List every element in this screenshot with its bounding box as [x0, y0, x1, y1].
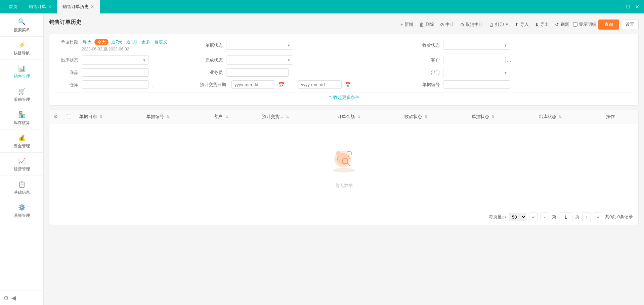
warehouse-label: 仓库 — [55, 82, 82, 88]
filter-row-4: 仓库 ... 预计交货日期 📅 — 📅 单据编号 — [55, 80, 633, 89]
col-delivery-status: 出库状态 ⇅ — [535, 110, 602, 123]
sidebar-item-nav[interactable]: ⚡ 快捷导航 — [0, 37, 43, 60]
finance-icon: 💰 — [18, 134, 26, 142]
minimize-button[interactable]: — — [614, 2, 622, 11]
collapse-button[interactable]: ⌃ 收起更多条件 — [328, 94, 359, 101]
date-btn-7days[interactable]: 近7天 — [110, 38, 124, 46]
payment-status-select[interactable] — [443, 41, 510, 50]
tab-sales-history[interactable]: 销售订单历史 ✕ — [57, 0, 100, 13]
sidebar-item-search[interactable]: 🔍 搜索菜单 — [0, 13, 43, 37]
sidebar: 🔍 搜索菜单 ⚡ 快捷导航 📊 销售管理 🛒 采购管理 🏪 库存核算 💰 资金管… — [0, 13, 44, 305]
col-actions: 操作 — [602, 110, 638, 123]
col-bill-status: 单据状态 ⇅ — [468, 110, 535, 123]
col-amount-sort-icon[interactable]: ⇅ — [357, 115, 360, 119]
salesperson-input[interactable] — [226, 68, 289, 77]
export-button[interactable]: ⬇ 导出 — [533, 20, 551, 29]
settings-button[interactable]: 设置 — [621, 19, 639, 30]
tab-sales-order-close[interactable]: ✕ — [48, 4, 51, 9]
customer-input[interactable] — [443, 56, 506, 64]
last-page-button[interactable]: » — [594, 213, 602, 221]
filter-row-1: 单据日期 昨天 今天 近7天 近1月 更多 自定义 2023-06-02 至 2… — [55, 38, 633, 52]
sidebar-settings-button[interactable]: ⚙ — [3, 294, 9, 302]
print-dropdown-icon: ▼ — [505, 23, 509, 26]
query-button[interactable]: 查询 — [598, 20, 619, 30]
total-info: 共0页,0条记录 — [605, 214, 633, 220]
calendar-end-icon: 📅 — [345, 82, 351, 87]
col-delivery-date-sort-icon[interactable]: ⇅ — [286, 115, 289, 119]
sidebar-item-inventory[interactable]: 🏪 库存核算 — [0, 106, 43, 129]
purchase-icon: 🛒 — [18, 88, 26, 95]
complete-status-select[interactable] — [226, 55, 293, 65]
date-label: 单据日期 — [55, 39, 82, 45]
product-dots-button[interactable]: ... — [149, 70, 156, 76]
salesperson-dots-button[interactable]: ... — [289, 70, 296, 76]
col-amount-label: 订单金额 — [337, 114, 355, 119]
prev-page-button[interactable]: ‹ — [541, 213, 549, 221]
sidebar-item-system[interactable]: ⚙️ 系统管理 — [0, 199, 43, 222]
sidebar-item-purchase[interactable]: 🛒 采购管理 — [0, 83, 43, 106]
sidebar-item-operations[interactable]: 📈 经营管理 — [0, 153, 43, 176]
sidebar-item-sales[interactable]: 📊 销售管理 — [0, 60, 43, 83]
maximize-button[interactable]: □ — [625, 2, 631, 11]
sidebar-item-nav-label: 快捷导航 — [14, 50, 30, 56]
main-content: 销售订单历史 + 新增 🗑 删除 ⊘ 中止 ⊙ 取消中止 — [44, 13, 644, 305]
first-page-button[interactable]: « — [529, 213, 538, 221]
nav-icon: ⚡ — [18, 41, 26, 49]
col-customer-sort-icon[interactable]: ⇅ — [225, 115, 228, 119]
empty-text: 暂无数据 — [335, 183, 353, 189]
warehouse-input[interactable] — [82, 80, 149, 89]
date-btn-yesterday[interactable]: 昨天 — [82, 38, 93, 46]
col-payment-status-sort-icon[interactable]: ⇅ — [424, 115, 427, 119]
col-bill-status-sort-icon[interactable]: ⇅ — [491, 115, 495, 119]
collapse-up-icon: ⌃ — [328, 95, 332, 100]
col-bill-no-sort-icon[interactable]: ⇅ — [167, 115, 170, 119]
product-input[interactable] — [82, 68, 149, 77]
date-quick-buttons: 昨天 今天 近7天 近1月 更多 自定义 — [82, 38, 169, 46]
payment-status-select-wrapper: ▼ — [443, 41, 510, 50]
date-btn-custom[interactable]: 自定义 — [153, 38, 169, 46]
add-button[interactable]: + 新增 — [398, 20, 415, 29]
empty-row: 暂无数据 — [49, 123, 638, 209]
department-select[interactable] — [443, 68, 510, 77]
select-all-checkbox[interactable] — [67, 114, 71, 118]
sidebar-item-system-label: 系统管理 — [14, 213, 30, 219]
refresh-button[interactable]: ↺ 刷新 — [553, 20, 571, 29]
system-icon: ⚙️ — [18, 204, 26, 211]
page-number-input[interactable] — [559, 213, 572, 221]
date-btn-1month[interactable]: 近1月 — [125, 38, 139, 46]
table-settings-button[interactable]: ⚙ — [53, 113, 58, 120]
stop-button[interactable]: ⊘ 中止 — [438, 20, 456, 29]
per-page-select[interactable]: 10 20 50 100 — [509, 213, 526, 221]
tab-home-label: 首页 — [9, 4, 17, 10]
warehouse-dots-button[interactable]: ... — [149, 82, 156, 88]
date-btn-more[interactable]: 更多 — [140, 38, 152, 46]
close-window-button[interactable]: ✕ — [634, 2, 641, 11]
sidebar-item-basic-info[interactable]: 📋 基础信息 — [0, 176, 43, 199]
bill-status-select[interactable] — [226, 41, 293, 50]
sidebar-item-finance[interactable]: 💰 资金管理 — [0, 129, 43, 153]
tab-sales-order[interactable]: 销售订单 ✕ — [23, 0, 57, 13]
date-btn-today[interactable]: 今天 — [94, 39, 109, 45]
delivery-status-select-wrapper: ▼ — [82, 55, 149, 65]
tab-home[interactable]: 首页 — [3, 0, 23, 13]
delete-button[interactable]: 🗑 删除 — [417, 20, 436, 29]
print-button[interactable]: 🖨 打印 ▼ — [487, 20, 511, 29]
sidebar-collapse-button[interactable]: ◀ — [11, 294, 16, 302]
next-page-button[interactable]: › — [582, 213, 591, 221]
expected-date-end-input[interactable] — [298, 80, 342, 89]
col-date-sort-icon[interactable]: ⇅ — [99, 115, 102, 119]
col-delivery-status-sort-icon[interactable]: ⇅ — [559, 115, 562, 119]
customer-dots-button[interactable]: ... — [506, 57, 513, 63]
delivery-status-label: 出库状态 — [55, 57, 82, 63]
table-checkbox-header — [63, 110, 75, 123]
main-layout: 🔍 搜索菜单 ⚡ 快捷导航 📊 销售管理 🛒 采购管理 🏪 库存核算 💰 资金管… — [0, 13, 644, 305]
bill-no-input[interactable] — [443, 80, 510, 89]
import-button[interactable]: ⬆ 导入 — [513, 20, 531, 29]
expected-date-start-input[interactable] — [231, 80, 275, 89]
col-delivery-date-label: 预计交货... — [262, 114, 283, 119]
tab-sales-history-close[interactable]: ✕ — [91, 4, 94, 9]
display-cols-checkbox[interactable]: 显示明细 — [573, 22, 596, 28]
payment-status-label: 收款状态 — [416, 42, 443, 48]
cancel-stop-button[interactable]: ⊙ 取消中止 — [458, 20, 485, 29]
delivery-status-select[interactable] — [82, 55, 149, 65]
